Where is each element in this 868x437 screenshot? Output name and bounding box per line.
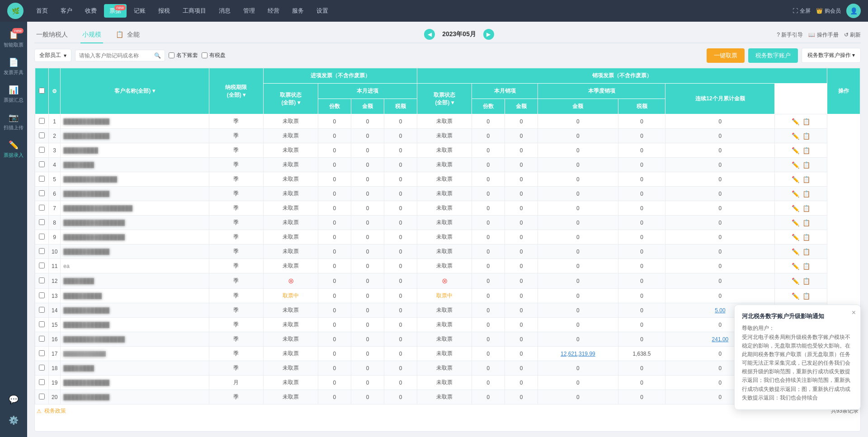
edit-icon-2[interactable]: ✏️ xyxy=(792,132,799,140)
sidebar-item-message[interactable]: 💬 xyxy=(0,390,27,409)
edit-icon-4[interactable]: ✏️ xyxy=(792,161,799,169)
nav-accounting[interactable]: 记账 xyxy=(128,4,151,18)
tab-general-taxpayer[interactable]: 一般纳税人 xyxy=(34,27,70,43)
edit-icon-5[interactable]: ✏️ xyxy=(792,176,799,183)
nav-service[interactable]: 服务 xyxy=(287,4,309,18)
row-checkbox-19[interactable] xyxy=(39,379,45,385)
copy-icon-11[interactable]: 📋 xyxy=(802,263,810,270)
row-checkbox-3[interactable] xyxy=(39,147,45,153)
row-checkbox-11[interactable] xyxy=(39,263,45,268)
row-checkbox-7[interactable] xyxy=(39,205,45,211)
row-checkbox-9[interactable] xyxy=(39,234,45,240)
checkbox-tax-disk[interactable]: 有税盘 xyxy=(202,52,226,59)
row-checkbox-2[interactable] xyxy=(39,132,45,138)
edit-icon-7[interactable]: ✏️ xyxy=(792,205,799,212)
copy-icon-13[interactable]: 📋 xyxy=(802,292,810,300)
edit-icon-8[interactable]: ✏️ xyxy=(792,219,799,226)
employee-select[interactable]: 全部员工 ▾ xyxy=(34,49,71,62)
nav-settings[interactable]: 设置 xyxy=(311,4,334,18)
nav-ticket[interactable]: 票据 new xyxy=(104,4,127,18)
sidebar-item-scan-upload[interactable]: 📷 扫描上传 xyxy=(0,108,27,136)
cell-in-status-12: ⊗ xyxy=(264,273,318,289)
copy-icon-8[interactable]: 📋 xyxy=(802,219,810,226)
th-tax-period[interactable]: 纳税期限(全部) ▾ xyxy=(209,68,264,114)
notification-close-btn[interactable]: × xyxy=(852,309,856,317)
edit-icon-13[interactable]: ✏️ xyxy=(792,292,799,300)
sidebar-item-config[interactable]: ⚙️ xyxy=(0,411,27,430)
nav-operation[interactable]: 经营 xyxy=(262,4,285,18)
cell-quarter-amount-17[interactable]: 12,621,319.99 xyxy=(538,347,618,361)
sidebar-item-ticket-entry[interactable]: ✏️ 票据录入 xyxy=(0,136,27,163)
prev-month-btn[interactable]: ◀ xyxy=(424,29,435,40)
copy-icon-9[interactable]: 📋 xyxy=(802,234,810,241)
tax-policy-label[interactable]: 税务政策 xyxy=(44,407,66,415)
row-checkbox-16[interactable] xyxy=(39,336,45,342)
edit-icon-1[interactable]: ✏️ xyxy=(792,118,799,125)
cell-checkbox xyxy=(35,376,49,390)
one-click-ticket-btn[interactable]: 一键取票 xyxy=(707,48,745,63)
copy-icon-12[interactable]: 📋 xyxy=(802,277,810,285)
edit-icon-12[interactable]: ✏️ xyxy=(792,277,799,285)
copy-icon-3[interactable]: 📋 xyxy=(802,147,810,154)
row-checkbox-10[interactable] xyxy=(39,248,45,254)
row-checkbox-8[interactable] xyxy=(39,219,45,225)
nav-home[interactable]: 首页 xyxy=(31,4,53,18)
nav-tax[interactable]: 报税 xyxy=(153,4,175,18)
row-checkbox-4[interactable] xyxy=(39,161,45,167)
edit-icon-6[interactable]: ✏️ xyxy=(792,190,799,197)
row-checkbox-6[interactable] xyxy=(39,190,45,196)
tax-digital-account-btn[interactable]: 税务数字账户 xyxy=(748,48,798,63)
th-client-name[interactable]: 客户名称(全部) ▾ xyxy=(61,68,209,114)
edit-icon-3[interactable]: ✏️ xyxy=(792,147,799,154)
th-out-status[interactable]: 取票状态(全部) ▾ xyxy=(417,84,472,114)
refresh-link[interactable]: ↺ 刷新 xyxy=(844,31,861,39)
copy-icon-10[interactable]: 📋 xyxy=(802,248,810,255)
cell-in-tax-19: 0 xyxy=(384,376,417,390)
nav-manage[interactable]: 管理 xyxy=(238,4,260,18)
manual-link[interactable]: 📖 操作手册 xyxy=(808,31,838,39)
sub-account-checkbox[interactable] xyxy=(169,52,175,58)
search-icon[interactable]: 🔍 xyxy=(154,52,161,59)
copy-icon-7[interactable]: 📋 xyxy=(802,205,810,212)
member-btn[interactable]: 👑 购会员 xyxy=(816,7,841,15)
select-all-checkbox[interactable] xyxy=(39,88,45,94)
sidebar-item-invoice-open[interactable]: 📄 发票开具 xyxy=(0,53,27,80)
row-checkbox-5[interactable] xyxy=(39,176,45,182)
row-checkbox-20[interactable] xyxy=(39,394,45,399)
row-checkbox-12[interactable] xyxy=(39,277,45,283)
fullscreen-btn[interactable]: ⛶ 全屏 xyxy=(793,7,811,15)
row-checkbox-17[interactable] xyxy=(39,350,45,356)
row-checkbox-1[interactable] xyxy=(39,118,45,124)
nav-client[interactable]: 客户 xyxy=(55,4,78,18)
row-checkbox-14[interactable] xyxy=(39,307,45,313)
nav-fee[interactable]: 收费 xyxy=(80,4,102,18)
cell-period-14: 季 xyxy=(209,303,264,318)
edit-icon-11[interactable]: ✏️ xyxy=(792,263,799,270)
copy-icon-6[interactable]: 📋 xyxy=(802,190,810,197)
next-month-btn[interactable]: ▶ xyxy=(483,29,494,40)
tax-digital-account-action-btn[interactable]: 税务数字账户操作 ▾ xyxy=(802,48,861,63)
search-input[interactable] xyxy=(79,52,151,59)
checkbox-sub-account[interactable]: 名下账套 xyxy=(169,52,198,59)
copy-icon-2[interactable]: 📋 xyxy=(802,132,810,140)
tab-all[interactable]: 📋 全能 xyxy=(114,27,142,43)
copy-icon-5[interactable]: 📋 xyxy=(802,176,810,183)
user-avatar[interactable]: 👤 xyxy=(846,4,861,18)
ticket-entry-icon: ✏️ xyxy=(9,140,19,150)
row-checkbox-15[interactable] xyxy=(39,321,45,327)
copy-icon-1[interactable]: 📋 xyxy=(802,118,810,125)
row-checkbox-18[interactable] xyxy=(39,365,45,371)
tax-disk-checkbox[interactable] xyxy=(202,52,208,58)
edit-icon-9[interactable]: ✏️ xyxy=(792,234,799,241)
tab-small-scale[interactable]: 小规模 xyxy=(80,27,103,43)
sidebar-item-ticket-summary[interactable]: 📊 票据汇总 xyxy=(0,80,27,108)
new-guide-link[interactable]: ? 新手引导 xyxy=(777,31,803,39)
cell-period-1: 季 xyxy=(209,114,264,129)
nav-business[interactable]: 工商项目 xyxy=(177,4,212,18)
edit-icon-10[interactable]: ✏️ xyxy=(792,248,799,255)
copy-icon-4[interactable]: 📋 xyxy=(802,161,810,169)
th-in-status[interactable]: 取票状态(全部) ▾ xyxy=(264,84,318,114)
row-checkbox-13[interactable] xyxy=(39,292,45,298)
cell-in-tax-8: 0 xyxy=(384,216,417,230)
nav-message[interactable]: 消息 xyxy=(213,4,236,18)
